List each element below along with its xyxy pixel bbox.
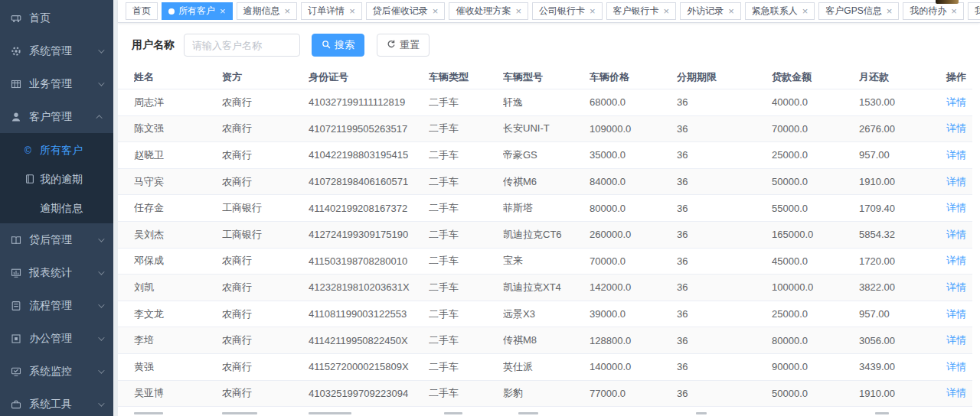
tab-label: 公司银行卡 (539, 5, 585, 18)
search-input[interactable] (184, 34, 300, 57)
sidebar-subitem-my-overdue[interactable]: 我的逾期 (0, 165, 113, 194)
cell-vehicle_price: 70000.0 (590, 255, 677, 267)
tab-close-icon[interactable]: × (951, 6, 957, 16)
reset-button[interactable]: 重置 (377, 34, 430, 57)
sidebar-item-customer-mgmt[interactable]: 客户管理 (0, 100, 113, 133)
search-form: 用户名称 搜索 重置 (132, 34, 972, 57)
cell-action: 详情 (931, 333, 966, 347)
detail-link[interactable]: 详情 (946, 122, 966, 134)
cell-action: 详情 (931, 386, 966, 400)
sidebar-item-label: 办公管理 (29, 332, 72, 346)
cell-monthly_payment: 1709.40 (859, 203, 931, 214)
detail-link[interactable]: 详情 (946, 229, 966, 240)
tab-close-icon[interactable]: × (728, 6, 734, 16)
tab-label: 我的待办 (910, 5, 946, 18)
table-row: 邓保成农商行411503198708280010二手车宝来70000.03645… (118, 249, 972, 275)
cell-loan_amount: 100000.0 (772, 281, 859, 293)
tab-visit-records[interactable]: 外访记录× (680, 2, 741, 20)
avatar-fragment[interactable] (936, 0, 959, 4)
tab-close-icon[interactable]: × (664, 6, 670, 16)
sidebar-item-home[interactable]: 首页 (0, 2, 113, 34)
tab-close-icon[interactable]: × (590, 6, 596, 16)
search-button[interactable]: 搜索 (312, 34, 364, 57)
sidebar-item-label: 报表统计 (29, 266, 72, 280)
detail-link[interactable]: 详情 (946, 176, 966, 187)
tab-customer-bank-card[interactable]: 客户银行卡× (606, 2, 677, 20)
detail-link[interactable]: 详情 (946, 149, 966, 161)
cell-monthly_payment: 5854.32 (859, 229, 931, 240)
tab-close-icon[interactable]: × (433, 6, 439, 16)
chart-icon (10, 267, 22, 279)
tab-close-icon[interactable]: × (887, 6, 893, 16)
cell-loan_amount: 50000.0 (772, 176, 859, 187)
sidebar: 首页系统管理业务管理客户管理©所有客户我的逾期逾期信息贷后管理报表统计流程管理办… (0, 0, 113, 416)
sidebar-item-label: 客户管理 (29, 110, 72, 124)
sidebar-item-office-mgmt[interactable]: 办公管理 (0, 322, 113, 355)
sidebar-subitem-all-customers[interactable]: ©所有客户 (0, 136, 113, 165)
cell-term: 36 (677, 96, 772, 108)
cell-funder: 农商行 (222, 254, 309, 268)
clipped-row-fragment (518, 412, 538, 414)
cell-loan_amount: 80000.0 (772, 335, 859, 346)
header-term: 分期期限 (677, 70, 772, 84)
search-icon (322, 40, 331, 51)
tab-company-bank-card[interactable]: 公司银行卡× (532, 2, 603, 20)
sidebar-item-postloan-mgmt[interactable]: 贷后管理 (0, 223, 113, 256)
table-row: 李培农商行41142119950822450X二手车传祺M8128800.036… (118, 327, 972, 354)
cell-vehicle_type: 二手车 (429, 228, 503, 242)
header-vehicle_price: 车辆价格 (590, 70, 677, 84)
tab-collection-records[interactable]: 贷后催收记录× (366, 2, 446, 20)
tab-label: 逾期信息 (243, 5, 280, 18)
tab-close-icon[interactable]: × (220, 6, 226, 16)
cell-vehicle_type: 二手车 (429, 175, 503, 189)
sidebar-item-system-monitor[interactable]: 系统监控 (0, 355, 113, 388)
cell-name: 陈文强 (134, 122, 222, 135)
tab-close-icon[interactable]: × (349, 6, 355, 16)
header-vehicle_type: 车辆类型 (429, 70, 503, 84)
cell-vehicle_model: 影豹 (503, 386, 590, 400)
cell-vehicle_type: 二手车 (429, 254, 503, 268)
clipped-row-fragment (134, 412, 163, 414)
sidebar-item-report-stats[interactable]: 报表统计 (0, 256, 113, 289)
cell-vehicle_type: 二手车 (429, 201, 503, 215)
detail-link[interactable]: 详情 (946, 255, 966, 266)
cell-id_number: 411503198708280010 (309, 255, 429, 267)
cell-vehicle_type: 二手车 (429, 360, 503, 374)
tab-close-icon[interactable]: × (802, 6, 808, 16)
tab-overdue-info[interactable]: 逾期信息× (237, 2, 298, 20)
detail-link[interactable]: 详情 (946, 202, 966, 213)
cell-monthly_payment: 2676.00 (859, 123, 931, 135)
tab-emergency-contacts[interactable]: 紧急联系人× (745, 2, 815, 20)
detail-link[interactable]: 详情 (946, 308, 966, 320)
tab-my-process[interactable]: 我的流程× (968, 2, 980, 20)
partial-table-row (118, 407, 972, 416)
detail-link[interactable]: 详情 (946, 334, 966, 346)
cell-name: 周志洋 (134, 96, 222, 109)
sidebar-item-process-mgmt[interactable]: 流程管理 (0, 289, 113, 322)
tab-order-detail[interactable]: 订单详情× (301, 2, 362, 20)
sidebar-subitem-overdue-info[interactable]: 逾期信息 (0, 194, 113, 223)
detail-link[interactable]: 详情 (946, 387, 966, 398)
sidebar-menu: 首页系统管理业务管理客户管理©所有客户我的逾期逾期信息贷后管理报表统计流程管理办… (0, 2, 113, 416)
cell-name: 李培 (134, 333, 222, 347)
tab-close-icon[interactable]: × (285, 6, 291, 16)
app-root: 首页系统管理业务管理客户管理©所有客户我的逾期逾期信息贷后管理报表统计流程管理办… (0, 0, 980, 416)
detail-link[interactable]: 详情 (946, 281, 966, 293)
sidebar-item-system-tools[interactable]: 系统工具 (0, 388, 113, 416)
detail-link[interactable]: 详情 (946, 361, 966, 372)
cell-action: 详情 (931, 228, 966, 242)
cell-id_number: 410422198803195415 (309, 149, 429, 161)
sidebar-item-business-mgmt[interactable]: 业务管理 (0, 67, 113, 100)
tab-home[interactable]: 首页 (126, 2, 158, 20)
detail-link[interactable]: 详情 (946, 96, 966, 108)
sidebar-item-system-mgmt[interactable]: 系统管理 (0, 34, 113, 67)
tab-close-icon[interactable]: × (515, 6, 521, 16)
cell-term: 36 (677, 308, 772, 320)
office-icon (10, 333, 22, 345)
tab-customer-gps[interactable]: 客户GPS信息× (818, 2, 899, 20)
tab-my-todo[interactable]: 我的待办× (903, 2, 964, 20)
cell-id_number: 411081199003122553 (309, 308, 429, 320)
tab-all-customers[interactable]: 所有客户× (162, 2, 233, 20)
tab-collection-plan[interactable]: 催收处理方案× (449, 2, 528, 20)
cell-term: 36 (677, 335, 772, 346)
